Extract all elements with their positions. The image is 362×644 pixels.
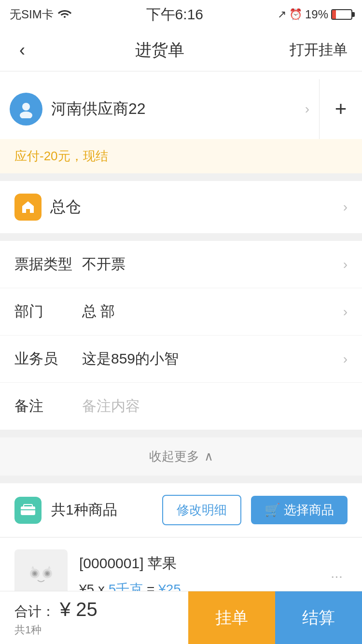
warehouse-name: 总仓 (50, 196, 334, 218)
total-amount: ¥ 25 (60, 599, 97, 620)
total-label: 合计： (14, 602, 55, 621)
product-count: 共1种商品 (51, 500, 153, 520)
network-label: 无SIM卡 (10, 7, 54, 22)
supplier-avatar (10, 93, 42, 126)
collapse-toggle[interactable]: 收起更多 ∧ (0, 437, 362, 476)
svg-point-0 (22, 103, 30, 111)
alert-banner: 应付-20元，现结 (0, 139, 362, 173)
select-product-button[interactable]: 🛒 选择商品 (251, 496, 348, 524)
form-section: 票据类型 不开票 › 部门 总 部 › 业务员 这是859的小智 › 备注 备注… (0, 241, 362, 430)
salesperson-label: 业务员 (14, 349, 82, 369)
collapse-label: 收起更多 (149, 448, 199, 465)
alarm-icon: ⏰ (289, 8, 302, 21)
edit-detail-button[interactable]: 修改明细 (162, 495, 241, 525)
supplier-selector[interactable]: 河南供应商22 › (0, 79, 320, 139)
salesperson-row[interactable]: 业务员 这是859的小智 › (0, 336, 362, 383)
invoice-type-label: 票据类型 (14, 254, 82, 274)
invoice-type-value: 不开票 (82, 254, 343, 274)
add-button[interactable]: + (320, 79, 362, 139)
status-bar: 无SIM卡 下午6:16 ↗ ⏰ 19% (0, 0, 362, 29)
department-chevron-icon: › (343, 304, 348, 320)
alert-text: 应付-20元，现结 (14, 149, 108, 163)
status-left: 无SIM卡 (10, 7, 72, 22)
location-icon: ↗ (278, 8, 286, 21)
warehouse-icon (14, 194, 42, 221)
svg-rect-2 (21, 506, 35, 515)
battery-icon (331, 9, 352, 20)
battery-percent: 19% (305, 8, 328, 21)
remark-placeholder: 备注内容 (82, 396, 348, 416)
supplier-section: 河南供应商22 › + (0, 79, 362, 139)
product-name: [0000001] 苹果 (79, 554, 314, 574)
wifi-icon (57, 7, 72, 22)
remark-row[interactable]: 备注 备注内容 (0, 383, 362, 430)
warehouse-row[interactable]: 总仓 › (0, 181, 362, 233)
collapse-icon: ∧ (204, 449, 213, 464)
back-button[interactable]: ‹ (14, 35, 30, 65)
svg-point-8 (46, 572, 49, 575)
svg-point-7 (33, 572, 36, 575)
product-icon (14, 497, 42, 524)
product-header: 共1种商品 修改明细 🛒 选择商品 (0, 483, 362, 537)
warehouse-chevron-icon: › (343, 199, 348, 215)
page-title: 进货单 (135, 39, 184, 61)
bottom-bar: 合计： ¥ 25 共1种 挂单 结算 (0, 591, 362, 644)
total-section: 合计： ¥ 25 共1种 (0, 591, 188, 644)
salesperson-value: 这是859的小智 (82, 349, 343, 369)
select-product-icon: 🛒 (265, 503, 280, 518)
remark-label: 备注 (14, 396, 82, 416)
invoice-type-row[interactable]: 票据类型 不开票 › (0, 241, 362, 288)
main-content: 河南供应商22 › + 应付-20元，现结 总仓 › 票据类型 不开票 › 部门… (0, 71, 362, 644)
supplier-chevron-icon: › (305, 101, 309, 117)
status-time: 下午6:16 (146, 5, 203, 25)
product-more-button[interactable]: ··· (326, 563, 348, 589)
status-right: ↗ ⏰ 19% (278, 8, 352, 21)
salesperson-chevron-icon: › (343, 351, 348, 367)
open-pending-button[interactable]: 打开挂单 (290, 40, 348, 60)
department-row[interactable]: 部门 总 部 › (0, 288, 362, 336)
checkout-button[interactable]: 结算 (275, 591, 362, 644)
supplier-name: 河南供应商22 (51, 98, 296, 120)
invoice-type-chevron-icon: › (343, 257, 348, 272)
select-product-label: 选择商品 (284, 502, 334, 518)
suspend-button[interactable]: 挂单 (188, 591, 275, 644)
nav-bar: ‹ 进货单 打开挂单 (0, 29, 362, 71)
department-value: 总 部 (82, 302, 343, 322)
svg-point-1 (20, 112, 32, 118)
total-sub: 共1种 (14, 623, 174, 637)
department-label: 部门 (14, 302, 82, 322)
